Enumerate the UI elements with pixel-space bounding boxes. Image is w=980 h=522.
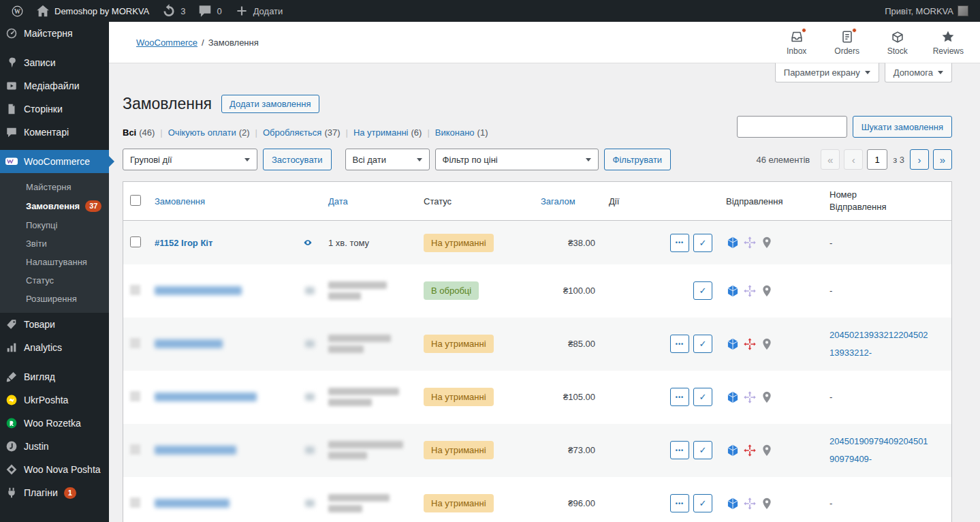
shipping-pin-icon[interactable] [760, 236, 774, 249]
filter-button[interactable]: Фільтрувати [604, 149, 671, 170]
sidebar-item-products[interactable]: Товари [0, 313, 109, 336]
blurred-eye-icon [305, 340, 315, 348]
shipping-box-icon[interactable] [726, 284, 740, 298]
table-row[interactable]: На утриманні ₴96.00 ••• ✓ - [123, 477, 952, 522]
table-row[interactable]: На утриманні ₴105.00 ••• ✓ - [123, 371, 952, 424]
row-checkbox[interactable] [130, 236, 141, 247]
sidebar-item-ukrposhta[interactable]: UkrPoshta [0, 388, 109, 412]
complete-order-button[interactable]: ✓ [693, 335, 712, 353]
column-header-date[interactable]: Дата [321, 182, 417, 221]
submenu-item-settings[interactable]: Налаштування [0, 253, 109, 271]
sidebar-item-dashboard[interactable]: Майстерня [0, 22, 109, 45]
next-page-button[interactable]: › [910, 149, 929, 170]
comments-indicator[interactable]: 0 [191, 0, 227, 22]
shipping-arrows-icon[interactable] [743, 284, 757, 298]
column-header-order[interactable]: Замовлення [148, 182, 321, 221]
filter-all[interactable]: Всі(46) [123, 127, 155, 138]
order-link[interactable]: #1152 Ігор Кіт [155, 238, 212, 248]
activity-inbox-button[interactable]: Inbox [782, 29, 812, 56]
submenu-item-wc-home[interactable]: Майстерня [0, 178, 109, 196]
shipping-box-icon[interactable] [726, 337, 740, 351]
justin-logo-icon [5, 440, 18, 452]
shipping-box-icon[interactable] [726, 236, 740, 249]
updates-indicator[interactable]: 3 [155, 0, 191, 22]
shipping-pin-icon[interactable] [760, 390, 774, 404]
shipping-arrows-icon[interactable] [743, 444, 757, 457]
order-total: ₴100.00 [534, 264, 602, 318]
stock-box-icon [890, 29, 905, 44]
breadcrumb-woocommerce-link[interactable]: WooCommerce [136, 37, 197, 48]
blurred-eye-icon [305, 500, 315, 507]
shipping-pin-icon[interactable] [760, 284, 774, 298]
new-content-button[interactable]: Додати [228, 0, 289, 22]
shipping-arrows-icon[interactable] [743, 497, 757, 510]
complete-order-button[interactable]: ✓ [693, 441, 712, 459]
table-row[interactable]: В обробці ₴100.00 ✓ - [123, 264, 952, 318]
wordpress-logo-icon[interactable]: W [5, 0, 29, 22]
shipping-arrows-icon[interactable] [743, 390, 757, 404]
submenu-item-reports[interactable]: Звіти [0, 234, 109, 253]
more-actions-button[interactable]: ••• [670, 388, 689, 406]
sidebar-item-justin[interactable]: Justin [0, 435, 109, 458]
add-order-button[interactable]: Додати замовлення [221, 95, 319, 113]
sidebar-item-appearance[interactable]: Вигляд [0, 365, 109, 388]
sidebar-item-media[interactable]: Медіафайли [0, 74, 109, 97]
more-actions-button[interactable]: ••• [670, 494, 689, 512]
sidebar-item-woocommerce[interactable]: WooCommerce [0, 150, 109, 173]
search-orders-button[interactable]: Шукати замовлення [853, 116, 952, 138]
current-page-input[interactable] [867, 149, 887, 170]
shipping-pin-icon[interactable] [760, 337, 774, 351]
site-name-link[interactable]: Demoshop by MORKVA [29, 0, 155, 22]
filter-processing[interactable]: Обробляється(37) [263, 127, 341, 138]
tracking-number-link[interactable]: 2045019097940920450190979409- [829, 433, 932, 468]
sidebar-item-novaposhta[interactable]: Woo Nova Poshta [0, 458, 109, 481]
shipping-box-icon[interactable] [726, 497, 740, 510]
filter-on-hold[interactable]: На утриманні(6) [353, 127, 422, 138]
price-filter-select[interactable]: Фільтр по ціні [435, 149, 599, 170]
screen-options-button[interactable]: Параметри екрану [775, 63, 879, 82]
last-page-button[interactable]: » [933, 149, 952, 170]
activity-orders-button[interactable]: Orders [832, 29, 862, 56]
complete-order-button[interactable]: ✓ [693, 388, 712, 406]
activity-reviews-button[interactable]: Reviews [933, 29, 964, 56]
tracking-number-link[interactable]: 2045021393321220450213933212- [829, 326, 932, 362]
activity-stock-button[interactable]: Stock [883, 29, 913, 56]
complete-order-button[interactable]: ✓ [693, 281, 712, 300]
help-button[interactable]: Допомога [885, 63, 952, 82]
preview-eye-icon[interactable] [301, 238, 315, 247]
shipping-pin-icon[interactable] [760, 497, 774, 510]
more-actions-button[interactable]: ••• [670, 234, 689, 252]
shipping-arrows-icon[interactable] [743, 337, 757, 351]
sidebar-item-analytics[interactable]: Analytics [0, 336, 109, 359]
table-row[interactable]: На утриманні ₴85.00 ••• ✓ 20450213933212… [123, 318, 952, 371]
bulk-actions-select[interactable]: Групові дії [123, 149, 257, 170]
table-row[interactable]: На утриманні ₴73.00 ••• ✓ 20450190979409… [123, 424, 952, 477]
more-actions-button[interactable]: ••• [670, 335, 689, 353]
apply-button[interactable]: Застосувати [263, 149, 332, 170]
filter-completed[interactable]: Виконано(1) [435, 127, 488, 138]
more-actions-button[interactable]: ••• [670, 441, 689, 459]
submenu-item-extensions[interactable]: Розширення [0, 290, 109, 308]
search-input[interactable] [737, 116, 847, 138]
complete-order-button[interactable]: ✓ [693, 494, 712, 512]
complete-order-button[interactable]: ✓ [693, 234, 712, 252]
submenu-item-orders[interactable]: Замовлення 37 [0, 196, 109, 216]
sidebar-item-pages[interactable]: Сторінки [0, 97, 109, 121]
sidebar-item-posts[interactable]: Записи [0, 51, 109, 74]
submenu-item-status[interactable]: Статус [0, 271, 109, 290]
account-menu[interactable]: Привіт, MORKVA [879, 0, 975, 22]
shipping-box-icon[interactable] [726, 390, 740, 404]
date-filter-select[interactable]: Всі дати [345, 149, 430, 170]
sidebar-item-plugins[interactable]: Плагіни 1 [0, 481, 109, 504]
shipping-box-icon[interactable] [726, 444, 740, 457]
column-header-total[interactable]: Загалом [534, 182, 602, 221]
select-all-checkbox[interactable] [130, 195, 141, 206]
submenu-item-customers[interactable]: Покупці [0, 216, 109, 234]
sidebar-item-comments[interactable]: Коментарі [0, 121, 109, 144]
filter-pending-payment[interactable]: Очікують оплати(2) [168, 127, 250, 138]
shipping-pin-icon[interactable] [760, 444, 774, 457]
table-row[interactable]: #1152 Ігор Кіт 1 хв. тому На утриманні ₴… [123, 221, 952, 264]
sidebar-item-rozetka[interactable]: Woo Rozetka [0, 412, 109, 435]
status-badge: В обробці [424, 281, 479, 300]
shipping-arrows-icon[interactable] [743, 236, 757, 249]
